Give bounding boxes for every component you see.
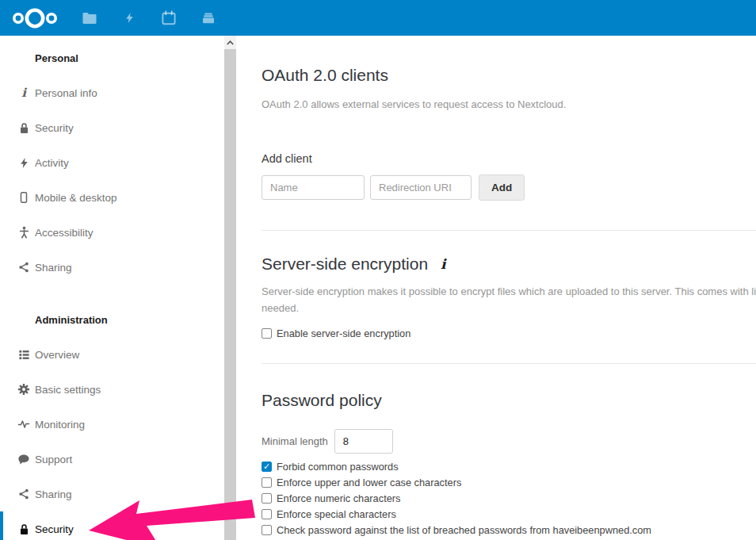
sidebar-item-label: Sharing — [35, 262, 72, 274]
checkbox-icon — [262, 525, 272, 535]
sidebar-item-security[interactable]: Security — [0, 110, 238, 145]
info-icon: i — [17, 86, 30, 99]
checkbox-icon — [262, 477, 272, 488]
phone-icon — [17, 191, 30, 204]
settings-content: OAuth 2.0 clients OAuth 2.0 allows exter… — [238, 36, 756, 540]
policy-checkbox-enforce-numeric-characters[interactable]: Enforce numeric characters — [262, 490, 756, 506]
sidebar-item-label: Personal info — [35, 87, 97, 99]
policy-checkbox-label: Enforce special characters — [277, 508, 396, 520]
policy-checkbox-enforce-special-characters[interactable]: Enforce special characters — [262, 506, 756, 522]
calendar-icon[interactable] — [149, 0, 189, 36]
settings-sidebar: PersonaliPersonal infoSecurityActivityMo… — [0, 36, 238, 540]
list-icon — [17, 348, 30, 361]
sidebar-item-activity[interactable]: Activity — [0, 145, 238, 180]
accessibility-icon — [17, 226, 30, 239]
password-policy-title: Password policy — [262, 391, 756, 410]
add-client-label: Add client — [262, 152, 756, 165]
policy-checkbox-label: Enforce numeric characters — [277, 492, 400, 504]
policy-checkbox-label: Enforce upper and lower case characters — [277, 477, 461, 488]
policy-checkbox-label: Check password against the list of breac… — [277, 524, 651, 536]
pulse-icon — [17, 418, 30, 431]
password-policy-section: Password policy Minimal length ✓Forbid c… — [238, 364, 756, 538]
policy-checkbox-list: ✓Forbid common passwordsEnforce upper an… — [262, 458, 756, 538]
encryption-title-text: Server-side encryption — [262, 255, 428, 274]
sidebar-item-label: Overview — [35, 349, 79, 361]
enable-encryption-checkbox[interactable]: Enable server-side encryption — [262, 326, 756, 340]
lock-icon — [17, 121, 30, 134]
sidebar-item-mobile-desktop[interactable]: Mobile & desktop — [0, 180, 238, 215]
checkbox-icon — [262, 493, 272, 504]
minimal-length-row: Minimal length — [262, 429, 756, 454]
oauth-title-text: OAuth 2.0 clients — [262, 66, 388, 85]
nextcloud-logo-icon — [10, 4, 60, 33]
sidebar-item-label: Monitoring — [35, 419, 85, 431]
info-icon[interactable]: i — [441, 256, 445, 272]
activity-lightning-icon[interactable] — [109, 0, 149, 36]
add-client-row: Add — [262, 174, 756, 201]
sidebar-caption-personal: Personal — [0, 40, 238, 75]
bolt-icon — [17, 156, 30, 169]
share-icon — [17, 261, 30, 274]
add-client-button[interactable]: Add — [479, 174, 525, 201]
redirection-uri-input[interactable] — [370, 175, 472, 200]
sidebar-item-label: Activity — [35, 157, 69, 169]
sidebar-item-personal-info[interactable]: iPersonal info — [0, 75, 238, 110]
scrollbar-thumb[interactable] — [224, 49, 236, 540]
sidebar-item-sharing[interactable]: Sharing — [0, 477, 238, 511]
deck-icon[interactable] — [189, 0, 228, 36]
share-icon — [17, 488, 30, 500]
sidebar-item-security[interactable]: Security — [0, 511, 238, 540]
policy-checkbox-check-password-against-the-list-of-breac[interactable]: Check password against the list of breac… — [262, 522, 756, 538]
encryption-description: Server-side encryption makes it possible… — [262, 283, 756, 316]
sidebar-item-label: Support — [35, 454, 72, 465]
sidebar-item-label: Basic settings — [35, 384, 101, 396]
sidebar-item-accessibility[interactable]: Accessibility — [0, 215, 238, 250]
encryption-description-line2: needed. — [262, 300, 756, 316]
nextcloud-logo[interactable] — [8, 4, 62, 33]
oauth-description: OAuth 2.0 allows external services to re… — [262, 96, 756, 113]
minimal-length-input[interactable] — [334, 429, 393, 454]
client-name-input[interactable] — [262, 175, 365, 200]
policy-checkbox-label: Forbid common passwords — [277, 461, 399, 473]
lock-icon — [17, 523, 30, 535]
scrollbar-up-button[interactable] — [224, 36, 236, 49]
encryption-title: Server-side encryption i — [262, 255, 756, 274]
sidebar-item-label: Mobile & desktop — [35, 192, 117, 204]
sidebar-item-support[interactable]: Support — [0, 442, 238, 477]
password-policy-title-text: Password policy — [262, 391, 382, 410]
minimal-length-label: Minimal length — [262, 435, 328, 447]
checkbox-checked-icon: ✓ — [262, 461, 272, 472]
gear-icon — [17, 383, 30, 396]
encryption-section: Server-side encryption i Server-side enc… — [238, 231, 756, 364]
sidebar-item-label: Accessibility — [35, 227, 94, 239]
chevron-up-icon — [227, 40, 234, 45]
sidebar-item-basic-settings[interactable]: Basic settings — [0, 372, 238, 407]
sidebar-item-label: Security — [35, 122, 74, 134]
app-header — [0, 0, 756, 36]
policy-checkbox-forbid-common-passwords[interactable]: ✓Forbid common passwords — [262, 458, 756, 474]
sidebar-item-label: Security — [35, 523, 74, 535]
checkbox-icon — [262, 328, 272, 339]
sidebar-scrollbar[interactable] — [224, 36, 236, 540]
enable-encryption-label: Enable server-side encryption — [277, 327, 410, 339]
checkbox-icon — [262, 509, 272, 519]
policy-checkbox-enforce-upper-and-lower-case-characters[interactable]: Enforce upper and lower case characters — [262, 474, 756, 490]
encryption-description-line1: Server-side encryption makes it possible… — [262, 283, 756, 300]
chat-icon — [17, 453, 30, 465]
sidebar-item-monitoring[interactable]: Monitoring — [0, 407, 238, 442]
sidebar-item-sharing[interactable]: Sharing — [0, 250, 238, 285]
sidebar-item-label: Sharing — [35, 488, 72, 500]
app-icon-bar — [70, 0, 228, 36]
sidebar-item-overview[interactable]: Overview — [0, 337, 238, 372]
sidebar-caption-administration: Administration — [0, 302, 238, 337]
oauth-title: OAuth 2.0 clients — [262, 66, 756, 85]
files-folder-icon[interactable] — [70, 0, 109, 36]
oauth-section: OAuth 2.0 clients OAuth 2.0 allows exter… — [238, 36, 756, 231]
